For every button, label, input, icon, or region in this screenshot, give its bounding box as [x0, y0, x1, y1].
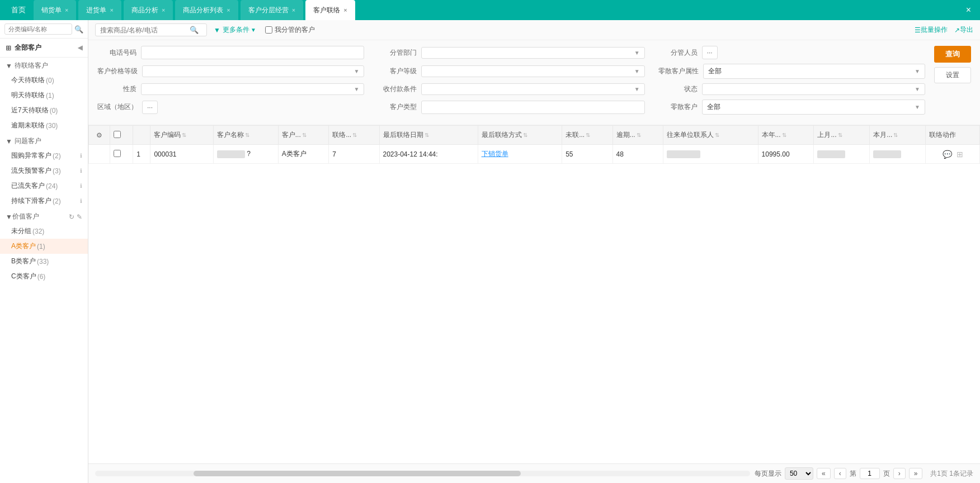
sidebar-item-b-class[interactable]: B类客户 (33) [0, 254, 88, 269]
sidebar-item-hoarding[interactable]: 囤购异常客户 (2) ℹ [0, 148, 88, 163]
col-name[interactable]: 客户名称⇅ [213, 126, 278, 145]
sidebar-item-churn-warning[interactable]: 流失预警客户 (3) ℹ [0, 163, 88, 178]
section-refresh-icon[interactable]: ↻ [69, 213, 74, 221]
nav-tab-purchase[interactable]: 进货单 × [78, 0, 121, 20]
nav-tab-goods-analysis-label: 商品分析 [131, 6, 158, 15]
sidebar-item-declining[interactable]: 持续下滑客户 (2) ℹ [0, 193, 88, 209]
close-all-button[interactable]: × [962, 5, 976, 15]
sidebar-all-customers[interactable]: ⊞ 全部客户 ◀ [0, 39, 88, 58]
filter-price-level: 客户价格等级 ▼ [97, 65, 364, 77]
total-records: 共1页 1条记录 [930, 469, 973, 479]
filter-nature-select[interactable]: ▼ [141, 83, 364, 95]
export-btn[interactable]: ↗ 导出 [954, 25, 973, 35]
nav-tab-customer-segment-close[interactable]: × [292, 7, 295, 13]
nav-tab-goods-list[interactable]: 商品分析列表 × [175, 0, 238, 20]
section-problem-customers[interactable]: ▼ 问题客户 [0, 133, 88, 148]
last-page-btn[interactable]: » [909, 468, 923, 479]
query-button[interactable]: 查询 [934, 46, 971, 63]
filter-retail-customer-value: 全部 [707, 102, 912, 112]
sidebar-item-ungrouped[interactable]: 未分组 (32) [0, 224, 88, 239]
collapse-icon[interactable]: ◀ [78, 44, 82, 51]
col-last-month[interactable]: 上月...⇅ [814, 126, 870, 145]
filter-price-level-select[interactable]: ▼ [142, 65, 364, 77]
col-not-contacted[interactable]: 未联...⇅ [562, 126, 613, 145]
filter-region-dots[interactable]: ··· [142, 101, 158, 114]
filter-retail-attr-select[interactable]: 全部 ▼ [703, 64, 925, 79]
sidebar-item-churned[interactable]: 已流失客户 (24) ℹ [0, 178, 88, 193]
sidebar-item-a-class[interactable]: A类客户 (1) [0, 239, 88, 254]
more-filter-btn[interactable]: ▼ 更多条件 ▼ [214, 25, 256, 35]
next-page-btn[interactable]: › [893, 468, 906, 479]
row-action: 💬 ⊞ [926, 145, 980, 164]
first-page-btn[interactable]: « [817, 468, 831, 479]
nav-tab-sales[interactable]: 销货单 × [34, 0, 76, 20]
filter-phone-input[interactable] [141, 46, 364, 59]
row-this-month [870, 145, 926, 164]
nav-tab-customer-contact-close[interactable]: × [343, 7, 347, 13]
filter-customer-level-label: 客户等级 [378, 67, 417, 76]
filter-region-label: 区域（地区） [97, 102, 138, 112]
sort-contact-person: ⇅ [715, 132, 719, 138]
action-share-icon[interactable]: ⊞ [957, 150, 963, 159]
sidebar-item-overdue[interactable]: 逾期未联络 (30) [0, 118, 88, 133]
sidebar-item-c-class[interactable]: C类客户 (6) [0, 269, 88, 284]
nav-tab-goods-analysis[interactable]: 商品分析 × [124, 0, 173, 20]
filter-manager-dots[interactable]: ··· [702, 46, 718, 59]
filter-retail-attr: 零散客户属性 全部 ▼ [658, 64, 925, 79]
sidebar-search-icon[interactable]: 🔍 [74, 25, 83, 34]
filter-search-icon[interactable]: 🔍 [190, 26, 199, 34]
sidebar-item-a-class-label: A类客户 [11, 242, 36, 251]
sidebar-item-tomorrow-label: 明天待联络 [11, 91, 45, 100]
nav-tab-goods-analysis-close[interactable]: × [162, 7, 165, 13]
section-pending-label: 待联络客户 [15, 61, 48, 70]
nav-tab-customer-contact[interactable]: 客户联络 × [305, 0, 355, 20]
row-last-date: 2023-04-12 14:44: [379, 145, 478, 164]
row-select-checkbox[interactable] [114, 150, 121, 157]
nav-tab-customer-segment[interactable]: 客户分层经营 × [241, 0, 303, 20]
last-method-link[interactable]: 下销货单 [482, 150, 508, 158]
sidebar-item-7days[interactable]: 近7天待联络 (0) [0, 103, 88, 118]
nav-tab-purchase-close[interactable]: × [110, 7, 113, 13]
col-contact-person[interactable]: 往来单位联系人⇅ [663, 126, 758, 145]
nav-home[interactable]: 首页 [4, 5, 32, 15]
col-last-method[interactable]: 最后联络方式⇅ [478, 126, 562, 145]
filter-dept: 分管部门 ▼ [378, 47, 644, 59]
col-this-year[interactable]: 本年...⇅ [758, 126, 814, 145]
col-settings[interactable]: ⚙ [89, 126, 110, 145]
col-contacts[interactable]: 联络...⇅ [329, 126, 379, 145]
sidebar-item-tomorrow[interactable]: 明天待联络 (1) [0, 88, 88, 103]
batch-op-btn[interactable]: ☰ 批量操作 [915, 25, 948, 35]
col-last-date[interactable]: 最后联络日期⇅ [379, 126, 478, 145]
col-this-month[interactable]: 本月...⇅ [870, 126, 926, 145]
nav-tab-goods-list-close[interactable]: × [227, 7, 230, 13]
section-problem-arrow: ▼ [6, 138, 12, 145]
nav-tab-sales-close[interactable]: × [65, 7, 68, 13]
filter-retail-customer-select[interactable]: 全部 ▼ [702, 100, 925, 115]
my-customer-filter[interactable]: 我分管的客户 [265, 25, 315, 35]
per-page-select[interactable]: 50 100 200 [785, 467, 813, 480]
more-filter-chevron: ▼ [251, 27, 256, 33]
filter-customer-type-input[interactable] [421, 101, 644, 114]
section-value-customers[interactable]: ▼ 价值客户 ↻ ✎ [0, 209, 88, 224]
filter-status-select[interactable]: ▼ [702, 83, 925, 95]
section-pending-contact[interactable]: ▼ 待联络客户 [0, 58, 88, 73]
col-level[interactable]: 客户...⇅ [278, 126, 328, 145]
section-edit-icon[interactable]: ✎ [77, 213, 82, 221]
filter-customer-level-chevron: ▼ [634, 68, 640, 74]
filter-dept-select[interactable]: ▼ [421, 47, 644, 59]
filter-customer-level-select[interactable]: ▼ [421, 65, 644, 77]
filter-search-input[interactable] [100, 26, 190, 34]
scrollbar-area[interactable] [95, 471, 750, 476]
col-overdue[interactable]: 逾期...⇅ [613, 126, 663, 145]
my-customer-checkbox[interactable] [265, 26, 272, 34]
prev-page-btn[interactable]: ‹ [834, 468, 846, 479]
select-all-checkbox[interactable] [114, 131, 121, 138]
action-comment-icon[interactable]: 💬 [943, 150, 952, 159]
filter-buttons: 查询 设置 [934, 46, 971, 83]
col-code[interactable]: 客户编码⇅ [150, 126, 214, 145]
settings-button[interactable]: 设置 [934, 67, 971, 83]
page-num-input[interactable] [860, 468, 880, 479]
sidebar-search-input[interactable] [4, 23, 72, 35]
filter-payment-select[interactable]: ▼ [421, 83, 644, 95]
sidebar-item-today[interactable]: 今天待联络 (0) [0, 73, 88, 88]
